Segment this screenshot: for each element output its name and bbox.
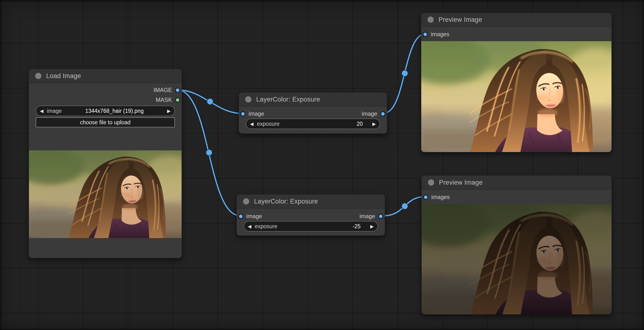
input-label-images: images: [431, 194, 450, 200]
preview-image-node-top[interactable]: Preview Image images: [421, 13, 612, 152]
output-label-image: image: [362, 110, 377, 117]
combo-label: image: [47, 108, 62, 114]
node-title: LayerColor: Exposure: [256, 96, 320, 103]
load-image-node-header[interactable]: Load Image: [29, 69, 182, 83]
node-collapse-dot-icon[interactable]: [35, 73, 42, 79]
link-reroute-dot[interactable]: [402, 70, 408, 76]
exposure-node-bottom-header[interactable]: LayerColor: Exposure: [237, 195, 385, 209]
combo-prev-arrow-icon[interactable]: ◀: [40, 108, 44, 114]
portrait-photo-brightened: [421, 41, 612, 152]
exposure-node-bottom[interactable]: LayerColor: Exposure image image ◀ expos…: [236, 194, 385, 236]
input-row-images: images: [422, 193, 612, 201]
output-row-image: image: [237, 212, 385, 220]
node-collapse-dot-icon[interactable]: [428, 17, 434, 23]
image-output-port[interactable]: [175, 88, 180, 93]
widget-value[interactable]: -25: [280, 223, 367, 230]
value-decrement-arrow-icon[interactable]: ◀: [248, 224, 252, 229]
output-row-image: IMAGE: [29, 86, 182, 94]
node-title: Preview Image: [439, 179, 482, 186]
exposure-node-top[interactable]: LayerColor: Exposure image image ◀ expos…: [239, 92, 387, 134]
widget-label: exposure: [257, 121, 280, 127]
widget-value[interactable]: 20: [283, 121, 369, 127]
mask-output-port[interactable]: [175, 98, 180, 103]
load-image-preview: [29, 150, 182, 238]
input-row-images: images: [421, 31, 612, 38]
output-label-image: image: [360, 213, 375, 220]
image-output-port[interactable]: [378, 214, 383, 219]
image-combo-widget[interactable]: ◀ image 1344x768_hair (19).png ▶: [36, 106, 175, 116]
choose-file-button[interactable]: choose file to upload: [36, 117, 175, 127]
graph-canvas[interactable]: Load Image IMAGE MASK ◀ image 1344x768_h…: [0, 0, 644, 330]
image-output-port[interactable]: [380, 111, 386, 116]
output-row-mask: MASK: [29, 96, 182, 104]
input-label-images: images: [431, 31, 449, 38]
output-label-image: IMAGE: [154, 87, 172, 93]
node-collapse-dot-icon[interactable]: [428, 179, 434, 186]
link-reroute-dot[interactable]: [206, 149, 212, 156]
node-collapse-dot-icon[interactable]: [245, 96, 252, 103]
images-input-port[interactable]: [423, 32, 428, 37]
preview-image-output: [422, 204, 612, 314]
widget-label: exposure: [255, 223, 278, 230]
value-increment-arrow-icon[interactable]: ▶: [370, 224, 374, 229]
portrait-photo: [29, 150, 182, 238]
preview-image-node-bottom[interactable]: Preview Image images: [422, 176, 612, 314]
load-image-node[interactable]: Load Image IMAGE MASK ◀ image 1344x768_h…: [29, 69, 182, 258]
node-title: Load Image: [46, 72, 81, 80]
node-collapse-dot-icon[interactable]: [243, 198, 249, 204]
value-increment-arrow-icon[interactable]: ▶: [372, 121, 376, 127]
preview-node-top-header[interactable]: Preview Image: [421, 13, 612, 27]
link-reroute-dot[interactable]: [402, 203, 408, 209]
output-label-mask: MASK: [156, 97, 172, 103]
node-title: Preview Image: [438, 16, 482, 24]
node-title: LayerColor: Exposure: [254, 198, 318, 205]
images-input-port[interactable]: [423, 195, 428, 200]
exposure-slider-widget[interactable]: ◀ exposure -25 ▶: [244, 221, 378, 232]
combo-value[interactable]: 1344x768_hair (19).png: [65, 108, 164, 114]
output-row-image: image: [239, 110, 387, 118]
value-decrement-arrow-icon[interactable]: ◀: [250, 121, 254, 127]
combo-next-arrow-icon[interactable]: ▶: [167, 108, 170, 114]
exposure-slider-widget[interactable]: ◀ exposure 20 ▶: [246, 119, 380, 129]
exposure-node-top-header[interactable]: LayerColor: Exposure: [239, 93, 387, 107]
link-reroute-dot[interactable]: [207, 98, 213, 105]
portrait-photo-darkened: [422, 204, 612, 314]
preview-image-output: [421, 41, 612, 152]
preview-node-bottom-header[interactable]: Preview Image: [422, 176, 612, 190]
